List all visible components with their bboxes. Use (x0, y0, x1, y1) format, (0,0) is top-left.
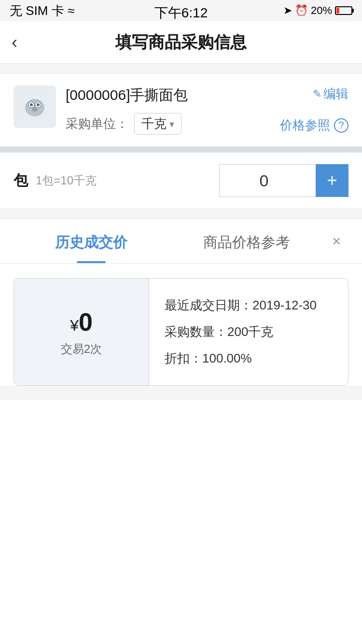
svg-point-4 (37, 103, 40, 106)
purchase-quantity-row: 采购数量：200千克 (165, 322, 333, 341)
product-thumbnail (14, 85, 56, 128)
recent-date-row: 最近成交日期：2019-12-30 (165, 296, 333, 315)
unit-value: 千克 (141, 115, 167, 132)
quantity-plus-button[interactable]: + (316, 164, 348, 197)
help-icon[interactable]: ? (334, 118, 348, 133)
product-card: [0000006]手撕面包 采购单位： 千克 ▾ ✎ 编辑 价格参照 ? (0, 73, 362, 147)
edit-label: 编辑 (323, 85, 348, 102)
recent-date-value: 2019-12-30 (252, 298, 317, 312)
nav-bar: ‹ 填写商品采购信息 (0, 21, 362, 64)
battery-icon (335, 6, 352, 15)
battery-percent: 20% (311, 4, 332, 17)
status-icons: ➤ ⏰ 20% (283, 4, 352, 17)
alarm-icon: ⏰ (295, 4, 308, 17)
product-details: [0000006]手撕面包 采购单位： 千克 ▾ (66, 85, 280, 135)
purchase-quantity-label: 采购数量： (165, 324, 227, 339)
price-ref-row: 价格参照 ? (280, 117, 348, 134)
discount-label: 折扣： (165, 351, 202, 365)
edit-button[interactable]: ✎ 编辑 (313, 85, 348, 102)
tab-price-reference[interactable]: 商品价格参考 (169, 219, 324, 263)
quantity-input-group: + (219, 164, 348, 197)
unit-label: 采购单位： (66, 115, 128, 132)
price-transactions: 交易2次 (61, 341, 102, 357)
status-bar: 无 SIM 卡 ≈ 下午6:12 ➤ ⏰ 20% (0, 0, 362, 21)
discount-row: 折扣：100.00% (165, 349, 333, 368)
back-button[interactable]: ‹ (12, 32, 17, 53)
edit-icon: ✎ (313, 88, 321, 100)
tabs-header: 历史成交价 商品价格参考 × (0, 219, 362, 264)
recent-date-label: 最近成交日期： (165, 298, 252, 312)
quantity-input[interactable] (219, 164, 316, 197)
purchase-quantity-value: 200千克 (227, 324, 273, 339)
product-name: [0000006]手撕面包 (66, 85, 280, 105)
location-icon: ➤ (283, 4, 292, 17)
product-logo-icon (20, 92, 49, 121)
price-card-right: 最近成交日期：2019-12-30 采购数量：200千克 折扣：100.00% (149, 279, 348, 385)
price-card-left: ¥0 交易2次 (14, 279, 149, 385)
price-value: ¥0 (70, 308, 93, 336)
tab-close-button[interactable]: × (324, 229, 348, 253)
unit-selector[interactable]: 千克 ▾ (134, 113, 181, 135)
discount-value: 100.00% (202, 351, 252, 365)
quantity-left: 包 1包=10千克 (14, 171, 97, 191)
empty-area (0, 400, 362, 644)
quantity-unit-note: 1包=10千克 (36, 173, 97, 188)
product-info: [0000006]手撕面包 采购单位： 千克 ▾ (14, 85, 280, 135)
price-ref-button[interactable]: 价格参照 (280, 117, 330, 134)
price-number: 0 (79, 308, 93, 336)
svg-point-3 (30, 103, 33, 106)
page-title: 填写商品采购信息 (115, 31, 247, 54)
tabs-section: 历史成交价 商品价格参考 × ¥0 交易2次 最近成交日期：2019-12-30… (0, 219, 362, 386)
carrier-text: 无 SIM 卡 ≈ (10, 2, 74, 19)
quantity-row: 包 1包=10千克 + (0, 153, 362, 209)
gray-divider (0, 147, 362, 153)
status-time: 下午6:12 (154, 4, 208, 22)
dropdown-arrow-icon: ▾ (169, 118, 174, 130)
quantity-unit-label: 包 (14, 171, 28, 191)
product-header: [0000006]手撕面包 采购单位： 千克 ▾ ✎ 编辑 价格参照 ? (14, 85, 348, 135)
tab-history-price[interactable]: 历史成交价 (14, 219, 169, 263)
price-symbol: ¥ (70, 317, 79, 334)
price-card: ¥0 交易2次 最近成交日期：2019-12-30 采购数量：200千克 折扣：… (14, 278, 348, 386)
product-unit-row: 采购单位： 千克 ▾ (66, 113, 280, 135)
